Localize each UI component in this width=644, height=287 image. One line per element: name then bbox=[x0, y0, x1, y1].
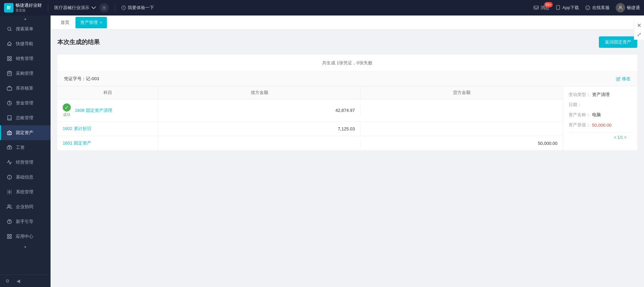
operations-icon bbox=[6, 159, 12, 165]
info-panel: 变动类型： 资产清理 日期： 资产名称： 电脑 bbox=[563, 86, 637, 150]
row1-debit: 42,874.97 bbox=[158, 104, 361, 117]
table-row: 1602 累计折旧 7,125.03 bbox=[57, 122, 563, 136]
svg-rect-9 bbox=[7, 57, 9, 58]
experience-button[interactable]: 我要体验一下 bbox=[121, 5, 154, 11]
tab-asset-management[interactable]: 资产管理 × bbox=[75, 17, 107, 28]
sidebar-item-label: 基础信息 bbox=[16, 174, 33, 180]
sidebar-item-basic-info[interactable]: 基础信息 bbox=[0, 170, 51, 185]
svg-rect-29 bbox=[10, 237, 11, 238]
chevron-down-icon bbox=[91, 5, 96, 10]
svg-point-8 bbox=[8, 27, 11, 30]
pagination: < 1/1 > bbox=[569, 132, 632, 142]
sidebar-item-label: 工资 bbox=[16, 145, 25, 151]
sidebar-item-quick-nav[interactable]: 快捷导航 bbox=[0, 36, 51, 51]
tab-home[interactable]: 首页 bbox=[56, 17, 74, 28]
finance-icon bbox=[6, 100, 12, 106]
logo-icon: 财 bbox=[4, 3, 13, 12]
svg-point-22 bbox=[9, 191, 10, 193]
row3-account-cell: 1601 固定资产 bbox=[57, 136, 158, 150]
message-icon bbox=[533, 5, 539, 10]
svg-rect-16 bbox=[7, 132, 11, 135]
table-row: ✓ 成功 1606 固定资产清理 42,874.97 bbox=[57, 99, 563, 122]
home-icon bbox=[6, 41, 12, 47]
table-body: ✓ 成功 1606 固定资产清理 42,874.97 bbox=[57, 99, 563, 150]
asset-name-row: 资产名称： 电脑 bbox=[569, 112, 632, 118]
svg-point-18 bbox=[9, 147, 10, 148]
payroll-icon bbox=[6, 145, 12, 151]
sidebar-item-operations[interactable]: 经营管理 bbox=[0, 155, 51, 170]
online-service-label: 在线客服 bbox=[592, 5, 610, 11]
row3-debit bbox=[158, 139, 361, 147]
sidebar-item-enterprise[interactable]: 企业协同 bbox=[0, 199, 51, 214]
user-menu[interactable]: 畅捷通 bbox=[616, 3, 640, 12]
company-selector[interactable]: 医疗器械行业演示 bbox=[54, 5, 96, 11]
sidebar-scroll-down[interactable]: ▼ bbox=[0, 244, 51, 250]
sidebar-item-fixed-assets[interactable]: 固定资产 bbox=[0, 125, 51, 140]
experience-icon bbox=[121, 5, 126, 10]
username-label: 畅捷通 bbox=[627, 5, 640, 11]
sidebar-collapse-icon[interactable]: ◀ bbox=[17, 278, 20, 284]
topbar-divider bbox=[48, 4, 48, 11]
sidebar-item-label: 经营管理 bbox=[16, 159, 33, 165]
gear-icon bbox=[102, 5, 106, 10]
sidebar: ▲ 搜索菜单 快捷导航 销售管理 采购管理 bbox=[0, 15, 51, 287]
sidebar-item-guide[interactable]: 新手引导 bbox=[0, 214, 51, 229]
sidebar-item-system[interactable]: 系统管理 bbox=[0, 185, 51, 199]
close-panel-button[interactable]: ✕ bbox=[636, 22, 643, 29]
page-title: 本次生成的结果 bbox=[57, 38, 100, 46]
svg-rect-3 bbox=[556, 5, 559, 9]
row1-account[interactable]: 1606 固定资产清理 bbox=[75, 107, 112, 114]
sidebar-bottom: ⚙ ◀ bbox=[0, 275, 51, 287]
app-logo: 财 畅捷通好业财 普及版 bbox=[4, 3, 42, 13]
pagination-text[interactable]: < 1/1 > bbox=[614, 135, 626, 140]
edit-voucher-button[interactable]: 修改 bbox=[616, 76, 631, 82]
table-row: 1601 固定资产 50,000.00 bbox=[57, 136, 563, 150]
logo-text-group: 畅捷通好业财 普及版 bbox=[16, 3, 42, 13]
asset-name-label: 资产名称： bbox=[569, 112, 592, 118]
app-download-label: App下载 bbox=[562, 5, 579, 11]
result-summary: 共生成 1张凭证，0张失败 bbox=[57, 55, 637, 72]
sidebar-item-sales[interactable]: 销售管理 bbox=[0, 51, 51, 66]
messages-button[interactable]: 消息 99+ bbox=[533, 5, 549, 11]
svg-rect-11 bbox=[7, 59, 9, 61]
svg-point-0 bbox=[103, 7, 105, 8]
svg-point-6 bbox=[588, 7, 588, 8]
asset-value-value: 50,000.00 bbox=[592, 123, 612, 128]
avatar bbox=[616, 3, 625, 12]
sidebar-item-inventory[interactable]: 库存核算 bbox=[0, 81, 51, 96]
sidebar-item-label: 企业协同 bbox=[16, 204, 33, 210]
sidebar-item-label: 采购管理 bbox=[16, 70, 33, 76]
tab-bar: 首页 资产管理 × bbox=[51, 15, 644, 30]
sidebar-item-finance[interactable]: 资金管理 bbox=[0, 96, 51, 110]
change-type-label: 变动类型： bbox=[569, 92, 592, 98]
tab-close-icon[interactable]: × bbox=[100, 20, 102, 25]
svg-point-5 bbox=[587, 7, 587, 8]
sidebar-item-search[interactable]: 搜索菜单 bbox=[0, 22, 51, 36]
svg-rect-10 bbox=[10, 57, 11, 58]
asset-value-row: 资产原值： 50,000.00 bbox=[569, 122, 632, 128]
sidebar-item-ledger[interactable]: 总账管理 bbox=[0, 110, 51, 125]
sidebar-scroll-up[interactable]: ▲ bbox=[0, 15, 51, 22]
voucher-table: 科目 借方金额 贷方金额 ✓ 成功 bbox=[57, 86, 563, 150]
date-row: 日期： bbox=[569, 102, 632, 108]
tab-asset-label: 资产管理 bbox=[80, 20, 98, 26]
app-download-button[interactable]: App下载 bbox=[555, 5, 579, 11]
row2-account[interactable]: 1602 累计折旧 bbox=[63, 126, 91, 131]
back-to-fixed-assets-button[interactable]: 返回固定资产 bbox=[599, 36, 637, 48]
col-header-account: 科目 bbox=[57, 86, 158, 99]
logo-subtitle: 普及版 bbox=[16, 8, 42, 13]
expand-panel-button[interactable]: ⤢ bbox=[636, 31, 643, 38]
voucher-section: 凭证字号：记-003 修改 科目 bbox=[57, 72, 637, 150]
summary-text: 共生成 1张凭证，0张失败 bbox=[322, 60, 372, 65]
sidebar-item-app-center[interactable]: 应用中心 bbox=[0, 229, 51, 244]
sidebar-settings-icon[interactable]: ⚙ bbox=[5, 278, 10, 284]
sidebar-item-purchase[interactable]: 采购管理 bbox=[0, 66, 51, 81]
svg-rect-26 bbox=[7, 234, 9, 236]
settings-icon[interactable] bbox=[99, 3, 109, 12]
row3-account[interactable]: 1601 固定资产 bbox=[63, 140, 91, 146]
voucher-content: 科目 借方金额 贷方金额 ✓ 成功 bbox=[57, 86, 637, 150]
sidebar-item-payroll[interactable]: 工资 bbox=[0, 140, 51, 155]
success-label: 成功 bbox=[63, 112, 70, 117]
online-service-button[interactable]: 在线客服 bbox=[585, 5, 610, 11]
sidebar-item-label: 库存核算 bbox=[16, 85, 33, 91]
